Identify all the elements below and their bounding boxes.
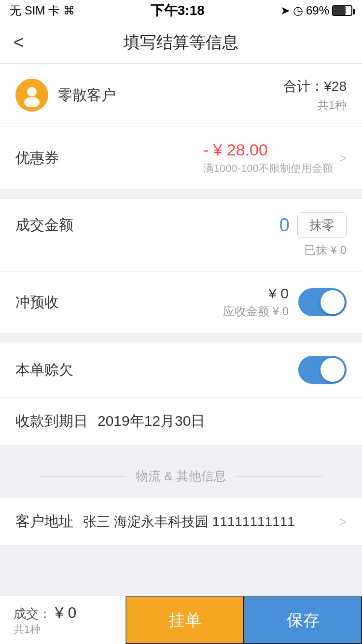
divider-left — [39, 476, 126, 476]
section-gap-2 — [0, 333, 362, 342]
prepayment-label: 冲预收 — [15, 293, 59, 312]
page-title: 填写结算等信息 — [124, 31, 238, 54]
pending-button[interactable]: 挂单 — [125, 596, 244, 644]
transaction-section: 成交金额 0 抹零 已抹 ¥ 0 冲预收 ¥ 0 应收金额 ¥ 0 — [0, 199, 362, 333]
debt-label: 本单赊欠 — [15, 360, 73, 380]
logistics-title: 物流 & 其他信息 — [136, 468, 226, 485]
round-off-button[interactable]: 抹零 — [297, 212, 347, 238]
footer-count: 共1种 — [14, 622, 112, 637]
customer-section: 零散客户 合计：¥28 共1种 优惠券 - ¥ 28.00 满1000-100不… — [0, 64, 362, 189]
footer: 成交： ¥ 0 共1种 挂单 保存 — [0, 596, 362, 644]
svg-point-0 — [27, 87, 37, 97]
total-amount: 合计：¥28 — [283, 77, 347, 96]
logistics-divider: 物流 & 其他信息 — [39, 468, 323, 485]
prepayment-amounts: ¥ 0 应收金额 ¥ 0 — [223, 285, 289, 319]
debt-section: 本单赊欠 收款到期日 2019年12月30日 — [0, 342, 362, 445]
section-gap-1 — [0, 189, 362, 199]
debt-toggle-knob — [320, 358, 345, 382]
amount-label: 成交金额 — [15, 215, 73, 235]
due-date-value: 2019年12月30日 — [97, 411, 205, 431]
status-left: 无 SIM 卡 ⌘ — [10, 3, 75, 18]
address-label: 客户地址 — [15, 512, 73, 532]
battery-icon — [332, 5, 352, 16]
toggle-knob — [320, 290, 345, 314]
amount-row: 成交金额 0 抹零 — [15, 212, 347, 238]
prepayment-row: 冲预收 ¥ 0 应收金额 ¥ 0 — [0, 271, 362, 333]
coupon-right: - ¥ 28.00 满1000-100不限制使用金额 > — [203, 140, 347, 176]
coupon-discount: - ¥ 28.00 — [203, 140, 333, 159]
customer-name: 零散客户 — [58, 85, 116, 105]
bottom-spacer — [0, 545, 362, 593]
footer-info: 成交： ¥ 0 共1种 — [0, 604, 125, 637]
chevron-right-icon: > — [339, 151, 347, 166]
amount-right: 0 抹零 — [279, 212, 347, 238]
amount-value: 0 — [279, 215, 290, 236]
debt-toggle[interactable] — [298, 356, 347, 384]
back-button[interactable]: < — [14, 32, 24, 53]
address-section: 客户地址 张三 海淀永丰科技园 11111111111 > — [0, 498, 362, 545]
total-count: 共1种 — [283, 98, 347, 113]
address-chevron-icon: > — [339, 514, 347, 530]
customer-left: 零散客户 — [15, 79, 116, 112]
coupon-row[interactable]: 优惠券 - ¥ 28.00 满1000-100不限制使用金额 > — [0, 126, 362, 189]
status-time: 下午3:18 — [151, 1, 205, 20]
prepayment-right: ¥ 0 应收金额 ¥ 0 — [223, 285, 347, 319]
alarm-icon: ◷ — [293, 4, 303, 17]
battery-percent: 69% — [306, 4, 329, 17]
coupon-label: 优惠券 — [15, 148, 59, 168]
footer-deal-row: 成交： ¥ 0 — [14, 604, 112, 622]
due-date-row: 收款到期日 2019年12月30日 — [0, 397, 362, 445]
customer-total: 合计：¥28 共1种 — [283, 77, 347, 113]
customer-row: 零散客户 合计：¥28 共1种 — [0, 64, 362, 126]
prepayment-value: ¥ 0 — [223, 285, 289, 302]
due-date-label: 收款到期日 — [15, 411, 88, 431]
section-gap-3 — [0, 445, 362, 454]
nav-bar: < 填写结算等信息 — [0, 21, 362, 64]
footer-deal-amount: ¥ 0 — [55, 604, 76, 621]
save-button[interactable]: 保存 — [244, 596, 362, 644]
footer-deal-label: 成交： — [14, 606, 51, 621]
sim-wifi-label: 无 SIM 卡 ⌘ — [10, 3, 75, 18]
amount-sub-text: 已抹 ¥ 0 — [304, 243, 347, 256]
svg-point-1 — [24, 97, 40, 107]
prepayment-sub: 应收金额 ¥ 0 — [223, 304, 289, 319]
coupon-description: 满1000-100不限制使用金额 — [203, 161, 333, 176]
status-bar: 无 SIM 卡 ⌘ 下午3:18 ➤ ◷ 69% — [0, 0, 362, 21]
address-value: 张三 海淀永丰科技园 11111111111 — [83, 513, 337, 531]
avatar — [15, 79, 48, 112]
logistics-header: 物流 & 其他信息 — [0, 454, 362, 498]
debt-row: 本单赊欠 — [0, 342, 362, 397]
prepayment-toggle[interactable] — [298, 288, 347, 316]
address-row[interactable]: 客户地址 张三 海淀永丰科技园 11111111111 > — [0, 498, 362, 545]
amount-section: 成交金额 0 抹零 已抹 ¥ 0 — [0, 199, 362, 271]
status-right: ➤ ◷ 69% — [280, 4, 352, 17]
divider-right — [236, 476, 323, 476]
location-icon: ➤ — [280, 4, 290, 17]
